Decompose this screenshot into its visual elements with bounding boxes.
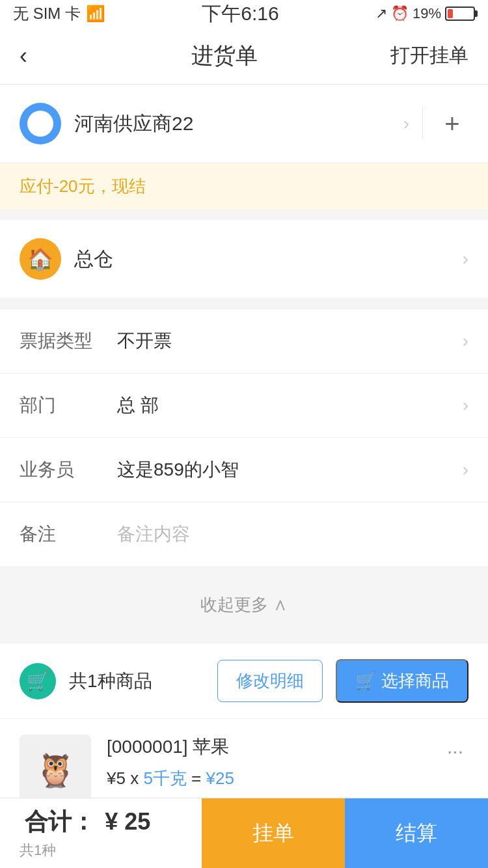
collapse-row[interactable]: 收起更多 ∧ bbox=[0, 576, 488, 633]
total-value: ¥25 bbox=[206, 768, 234, 788]
salesman-chevron-icon: › bbox=[463, 459, 468, 480]
status-right: ↗ ⏰ 19% bbox=[375, 5, 475, 22]
open-hold-button[interactable]: 打开挂单 bbox=[390, 42, 468, 69]
dept-chevron-icon: › bbox=[463, 395, 468, 416]
price-value: ¥5 bbox=[107, 768, 126, 788]
salesman-value: 这是859的小智 bbox=[104, 457, 463, 482]
battery-pct: 19% bbox=[413, 5, 441, 22]
status-bar: 无 SIM 卡 📶 下午6:16 ↗ ⏰ 19% bbox=[0, 0, 488, 27]
ticket-label: 票据类型 bbox=[20, 329, 104, 353]
supplier-row[interactable]: 河南供应商22 › + bbox=[0, 85, 488, 163]
product-icon: 🛒 bbox=[20, 663, 56, 699]
collapse-label: 收起更多 ∧ bbox=[200, 593, 287, 616]
add-button[interactable]: + bbox=[436, 109, 468, 139]
product-name: 苹果 bbox=[193, 737, 229, 757]
cart-icon: 🛒 bbox=[27, 670, 49, 692]
warehouse-name: 总仓 bbox=[74, 246, 463, 273]
product-header: 🛒 共1种商品 修改明细 🛒 选择商品 bbox=[0, 644, 488, 718]
dept-label: 部门 bbox=[20, 393, 104, 418]
dept-row[interactable]: 部门 总 部 › bbox=[0, 373, 488, 437]
total-label: 合计： bbox=[25, 808, 95, 835]
remark-input[interactable]: 备注内容 bbox=[104, 522, 468, 547]
ticket-value: 不开票 bbox=[104, 329, 463, 353]
warehouse-row[interactable]: 🏠 总仓 › bbox=[0, 220, 488, 298]
form-section: 票据类型 不开票 › 部门 总 部 › 业务员 这是859的小智 › 备注 备注… bbox=[0, 308, 488, 566]
location-icon: ↗ bbox=[375, 5, 387, 22]
wifi-icon: 📶 bbox=[86, 5, 105, 23]
supplier-avatar bbox=[20, 103, 61, 144]
product-count: 共1种商品 bbox=[69, 669, 204, 694]
page-title: 进货单 bbox=[191, 41, 258, 71]
alarm-icon: ⏰ bbox=[391, 5, 409, 22]
ticket-chevron-icon: › bbox=[463, 331, 468, 351]
carrier-label: 无 SIM 卡 bbox=[13, 3, 81, 24]
battery-icon bbox=[445, 7, 475, 21]
total-amount: ¥ 25 bbox=[105, 808, 150, 835]
status-left: 无 SIM 卡 📶 bbox=[13, 3, 105, 24]
section-gap bbox=[0, 633, 488, 644]
supplier-section: 河南供应商22 › + 应付-20元，现结 bbox=[0, 85, 488, 210]
qty-value: 5千克 bbox=[143, 768, 186, 788]
price-equals: = bbox=[191, 768, 206, 788]
warehouse-section: 🏠 总仓 › bbox=[0, 220, 488, 298]
notice-text: 应付-20元，现结 bbox=[20, 176, 146, 196]
salesman-row[interactable]: 业务员 这是859的小智 › bbox=[0, 437, 488, 502]
checkout-button[interactable]: 结算 bbox=[345, 798, 488, 868]
select-product-button[interactable]: 🛒 选择商品 bbox=[336, 659, 468, 703]
back-button[interactable]: ‹ bbox=[20, 42, 59, 70]
select-cart-icon: 🛒 bbox=[355, 671, 376, 691]
product-title: [0000001] 苹果 bbox=[107, 735, 426, 759]
bottom-bar: 合计： ¥ 25 共1种 挂单 结算 bbox=[0, 798, 488, 868]
salesman-label: 业务员 bbox=[20, 457, 104, 482]
product-thumb-icon: 🦉 bbox=[35, 752, 75, 789]
ticket-row[interactable]: 票据类型 不开票 › bbox=[0, 308, 488, 373]
warehouse-icon: 🏠 bbox=[20, 238, 61, 280]
product-price: ¥5 x 5千克 = ¥25 bbox=[107, 767, 426, 790]
notice-bar: 应付-20元，现结 bbox=[0, 163, 488, 210]
price-separator: x bbox=[130, 768, 143, 788]
supplier-chevron-icon: › bbox=[403, 113, 409, 134]
more-button[interactable]: ··· bbox=[442, 735, 468, 767]
hold-button[interactable]: 挂单 bbox=[202, 798, 345, 868]
main-content: 河南供应商22 › + 应付-20元，现结 🏠 总仓 › 票据类型 不开票 › … bbox=[0, 85, 488, 868]
divider bbox=[422, 108, 423, 139]
select-btn-label: 选择商品 bbox=[381, 670, 449, 692]
total-line2: 共1种 bbox=[20, 841, 182, 860]
warehouse-chevron-icon: › bbox=[463, 249, 468, 269]
total-section: 合计： ¥ 25 共1种 bbox=[0, 798, 202, 868]
remark-label: 备注 bbox=[20, 522, 104, 547]
supplier-name: 河南供应商22 bbox=[74, 111, 403, 137]
nav-bar: ‹ 进货单 打开挂单 bbox=[0, 27, 488, 85]
product-info: [0000001] 苹果 ¥5 x 5千克 = ¥25 bbox=[107, 735, 426, 790]
remark-row[interactable]: 备注 备注内容 bbox=[0, 502, 488, 566]
edit-detail-button[interactable]: 修改明细 bbox=[217, 660, 323, 702]
dept-value: 总 部 bbox=[104, 393, 463, 418]
product-thumbnail: 🦉 bbox=[20, 735, 91, 806]
status-time: 下午6:16 bbox=[202, 1, 278, 27]
product-code: [0000001] bbox=[107, 737, 188, 757]
total-line1: 合计： ¥ 25 bbox=[20, 806, 182, 838]
